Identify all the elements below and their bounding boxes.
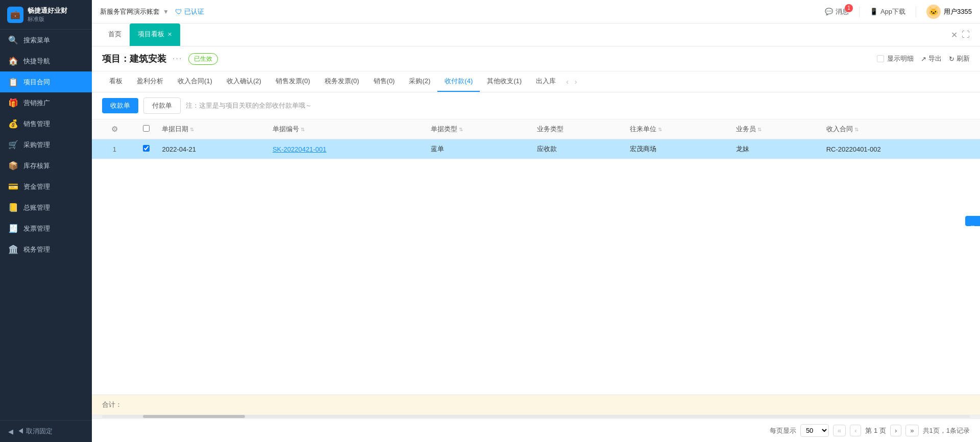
topbar-project-name: 新服务官网演示账套 [100,7,160,16]
tab-project-board-label: 项目看板 [138,30,164,39]
column-partner: 往来单位⇅ [624,119,730,139]
topbar-certified: 🛡 已认证 [175,7,204,16]
show-detail-checkbox[interactable] [877,55,884,62]
summary-row: 合计： [92,395,980,414]
feedback-button[interactable]: 意见反馈 [965,216,980,226]
sidebar-item-project-contract[interactable]: 📋 项目合同 [0,71,92,92]
subtab-board[interactable]: 看板 [102,71,130,92]
sort-date-icon[interactable]: ⇅ [190,127,194,132]
sort-salesperson-icon[interactable]: ⇅ [757,127,762,132]
tab-home[interactable]: 首页 [100,23,130,46]
pay-bill-button[interactable]: 付款单 [143,97,181,114]
subtab-income-confirm[interactable]: 收入确认(2) [219,71,268,92]
sidebar-item-quick-nav[interactable]: 🏠 快捷导航 [0,51,92,71]
ledger-icon: 📒 [8,203,18,212]
cancel-pin-label: ◀︎ 取消固定 [17,427,53,436]
sales-icon: 💰 [8,119,18,129]
column-checkbox [137,119,156,139]
per-page-select[interactable]: 50 100 200 [800,424,829,437]
tab-project-board[interactable]: 项目看板 ✕ [130,23,180,46]
subtab-purchase[interactable]: 采购(2) [402,71,437,92]
row-index: 1 [92,139,137,159]
row-checkbox-cell [137,139,156,159]
refresh-label: 刷新 [957,54,970,63]
row-checkbox[interactable] [143,145,150,152]
cancel-pin-button[interactable]: ◀︎ ◀︎ 取消固定 [0,420,92,442]
scrollbar-thumb[interactable] [143,415,245,418]
sidebar-item-purchase-mgmt[interactable]: 🛒 采购管理 [0,134,92,155]
sidebar-item-invoice-mgmt[interactable]: 🧾 发票管理 [0,218,92,239]
project-contract-icon: 📋 [8,77,18,87]
subtab-income-contract[interactable]: 收入合同(1) [170,71,219,92]
user-menu[interactable]: 🐱 用户3355 [926,5,972,19]
column-income-contract: 收入合同⇅ [820,119,980,139]
current-page: 1 [874,427,877,434]
page-title-value: 建筑安装 [130,54,166,64]
sidebar-item-label-sales-mgmt: 销售管理 [23,119,50,129]
subtab-other-income[interactable]: 其他收支(1) [480,71,529,92]
row-number-link[interactable]: SK-20220421-001 [273,145,327,153]
app-download-button[interactable]: 📱 App下载 [870,7,905,16]
status-badge: 已生效 [188,53,218,65]
subtab-sales-invoice[interactable]: 销售发票(0) [268,71,317,92]
next-page-button[interactable]: › [890,425,901,436]
page-label: 第 1 页 [865,426,886,435]
sort-number-icon[interactable]: ⇅ [301,127,305,132]
subtab-prev-arrow[interactable]: ‹ [563,72,572,91]
select-all-checkbox[interactable] [143,125,150,132]
prev-page-button[interactable]: ‹ [850,425,861,436]
subtab-inout-warehouse[interactable]: 出入库 [529,71,563,92]
refresh-button[interactable]: ↻ 刷新 [949,54,970,63]
last-page-button[interactable]: » [905,425,918,436]
column-settings[interactable]: ⚙ [92,119,137,139]
export-icon: ↗ [921,55,926,63]
subtabs: 看板 盈利分析 收入合同(1) 收入确认(2) 销售发票(0) 税务发票(0) … [92,71,980,92]
subtab-tax-invoice[interactable]: 税务发票(0) [317,71,366,92]
window-expand-button[interactable]: ⛶ [960,28,972,41]
topbar-project[interactable]: 新服务官网演示账套 ▼ [100,7,169,16]
topbar-actions: 💬 消息 1 📱 App下载 🐱 用户3355 [825,5,972,19]
table-row[interactable]: 1 2022-04-21 SK-20220421-001 蓝单 应收款 宏茂商场… [92,139,980,159]
messages-button[interactable]: 💬 消息 1 [825,7,849,16]
page-more-menu[interactable]: ··· [173,54,182,63]
column-date: 单据日期⇅ [156,119,266,139]
sidebar-scroll: 🔍 搜索菜单 🏠 快捷导航 📋 项目合同 🎁 营销推广 💰 销售管理 🛒 采购管… [0,30,92,420]
tab-close-icon[interactable]: ✕ [167,31,172,38]
tax-icon: 🏛️ [8,244,18,254]
messages-badge: 1 [845,4,853,12]
export-button[interactable]: ↗ 导出 [921,54,942,63]
show-detail-toggle[interactable]: 显示明细 [877,54,914,63]
row-biz-type: 应收款 [531,139,624,159]
topbar-divider-1 [859,6,860,17]
sidebar-item-ledger-mgmt[interactable]: 📒 总账管理 [0,197,92,218]
sort-partner-icon[interactable]: ⇅ [658,127,662,132]
row-income-contract: RC-20220401-002 [820,139,980,159]
sidebar: 💼 畅捷通好业财 标准版 🔍 搜索菜单 🏠 快捷导航 📋 项目合同 🎁 营销推广… [0,0,92,442]
receive-bill-button[interactable]: 收款单 [102,98,138,113]
sort-income-contract-icon[interactable]: ⇅ [854,127,859,132]
sidebar-item-tax-mgmt[interactable]: 🏛️ 税务管理 [0,239,92,260]
sidebar-item-label-ledger-mgmt: 总账管理 [23,203,50,212]
column-type: 单据类型⇅ [425,119,531,139]
export-label: 导出 [928,54,942,63]
pin-icon: ◀︎ [8,428,13,435]
sidebar-item-search[interactable]: 🔍 搜索菜单 [0,30,92,51]
subtab-sales[interactable]: 销售(0) [366,71,402,92]
first-page-button[interactable]: « [833,425,846,436]
app-logo: 💼 [7,7,23,23]
sidebar-item-fund-mgmt[interactable]: 💳 资金管理 [0,176,92,197]
subtab-profit-analysis[interactable]: 盈利分析 [130,71,170,92]
sidebar-item-sales-mgmt[interactable]: 💰 销售管理 [0,113,92,134]
subtab-next-arrow[interactable]: › [572,72,580,91]
filter-row: 收款单 付款单 注：这里是与项目关联的全部收付款单哦～ [92,92,980,119]
sidebar-item-inventory[interactable]: 📦 库存核算 [0,155,92,176]
sidebar-item-label-marketing: 营销推广 [23,99,50,108]
window-close-button[interactable]: ✕ [949,28,960,42]
scrollbar-track[interactable] [102,415,970,418]
sort-type-icon[interactable]: ⇅ [459,127,463,132]
sidebar-item-marketing[interactable]: 🎁 营销推广 [0,92,92,113]
app-download-label: App下载 [880,7,905,16]
topbar-certified-label: 已认证 [184,7,204,16]
subtab-receive-pay[interactable]: 收付款(4) [437,71,480,92]
user-label: 用户3355 [944,7,972,16]
